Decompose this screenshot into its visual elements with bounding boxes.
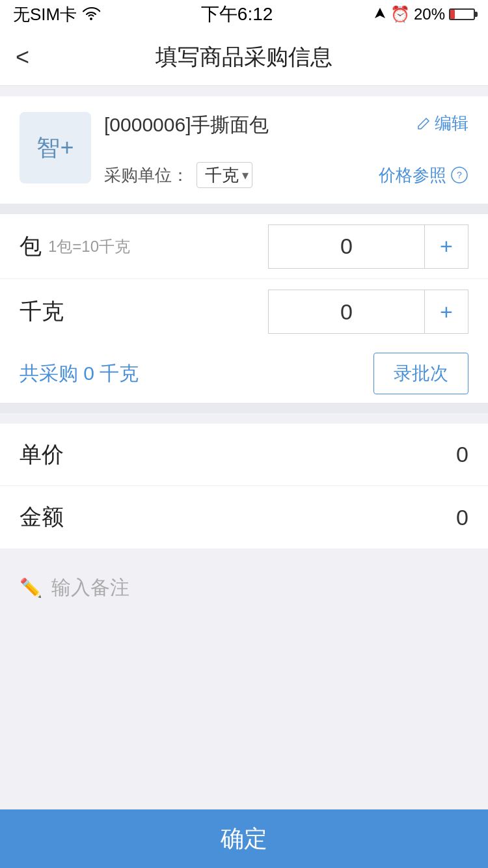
status-time: 下午6:12 [201, 2, 273, 27]
pencil-icon: ✏️ [20, 577, 42, 599]
qty-plus-kg[interactable]: + [424, 290, 468, 334]
input-sub-bao: 1包=10千克 [48, 236, 130, 257]
input-section: 包 1包=10千克 + 千克 + [0, 214, 488, 344]
input-label-kg: 千克 [20, 297, 64, 327]
confirm-label: 确定 [221, 823, 267, 855]
status-left: 无SIM卡 [13, 3, 100, 26]
unit-select-wrap[interactable]: 千克 [197, 162, 252, 188]
remark-input[interactable]: 输入备注 [51, 575, 129, 601]
battery-percent: 20% [414, 5, 445, 23]
remark-section[interactable]: ✏️ 输入备注 [0, 559, 488, 617]
summary-row: 共采购 0 千克 录批次 [0, 344, 488, 403]
product-logo: 智+ [36, 132, 74, 164]
input-field-wrap-bao: + [130, 224, 468, 269]
purchase-unit-row: 采购单位： 千克 [104, 162, 252, 188]
status-right: ⏰ 20% [373, 5, 475, 23]
price-row-unit: 单价 0 [0, 424, 488, 486]
price-value-total: 0 [456, 505, 468, 530]
alarm-icon: ⏰ [390, 5, 410, 23]
price-label-total: 金额 [20, 502, 64, 532]
back-button[interactable]: < [16, 44, 29, 71]
price-section: 单价 0 金额 0 [0, 424, 488, 549]
edit-button[interactable]: 编辑 [416, 112, 468, 135]
qty-plus-bao[interactable]: + [424, 224, 468, 269]
input-row-kg: 千克 + [0, 279, 488, 344]
confirm-button[interactable]: 确定 [0, 809, 488, 868]
unit-select[interactable]: 千克 [197, 162, 252, 188]
price-row-total: 金额 0 [0, 486, 488, 549]
page-title: 填写商品采购信息 [156, 42, 332, 72]
divider-1 [0, 204, 488, 214]
svg-text:?: ? [457, 170, 462, 180]
wifi-icon [82, 5, 100, 25]
price-label-unit: 单价 [20, 440, 64, 470]
price-ref-button[interactable]: 价格参照 ? [379, 164, 468, 187]
gps-icon [373, 5, 386, 23]
product-thumbnail: 智+ [20, 112, 91, 183]
input-row-bao: 包 1包=10千克 + [0, 214, 488, 279]
nav-bar: < 填写商品采购信息 [0, 29, 488, 86]
svg-marker-0 [375, 8, 385, 18]
summary-text: 共采购 0 千克 [20, 360, 139, 387]
product-card: 智+ [0000006]手撕面包 编辑 采购单位： 千克 价格参照 [0, 96, 488, 204]
carrier-label: 无SIM卡 [13, 3, 77, 26]
battery-icon [449, 8, 475, 20]
qty-input-bao[interactable] [268, 224, 424, 269]
qty-input-kg[interactable] [268, 290, 424, 334]
input-label-bao: 包 [20, 232, 42, 262]
purchase-unit-label: 采购单位： [104, 164, 189, 187]
product-name: [0000006]手撕面包 [104, 112, 269, 139]
input-field-wrap-kg: + [64, 290, 468, 334]
product-info: [0000006]手撕面包 编辑 采购单位： 千克 价格参照 [104, 112, 468, 188]
status-bar: 无SIM卡 下午6:12 ⏰ 20% [0, 0, 488, 29]
divider-2 [0, 403, 488, 413]
batch-button[interactable]: 录批次 [373, 353, 468, 394]
product-meta: 采购单位： 千克 价格参照 ? [104, 162, 468, 188]
price-value-unit: 0 [456, 442, 468, 467]
